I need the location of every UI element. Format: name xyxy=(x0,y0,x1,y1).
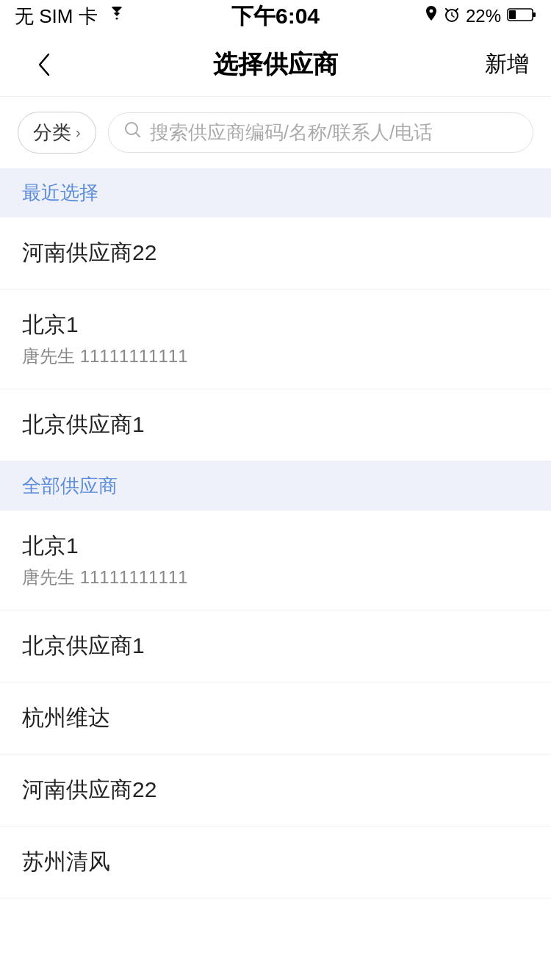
item-sub: 唐先生 11111111111 xyxy=(22,566,529,589)
list-item[interactable]: 北京供应商1 xyxy=(0,389,551,461)
svg-rect-3 xyxy=(509,10,516,19)
list-item[interactable]: 河南供应商22 xyxy=(0,217,551,289)
chevron-right-icon: › xyxy=(76,124,81,141)
recent-section-header: 最近选择 xyxy=(0,168,551,217)
all-list: 北京1唐先生 11111111111北京供应商1杭州维达河南供应商22苏州清风 xyxy=(0,511,551,898)
list-item[interactable]: 北京1唐先生 11111111111 xyxy=(0,289,551,389)
item-name: 北京供应商1 xyxy=(22,631,529,661)
list-item[interactable]: 北京1唐先生 11111111111 xyxy=(0,511,551,610)
item-sub: 唐先生 11111111111 xyxy=(22,345,529,368)
back-button[interactable] xyxy=(22,43,66,87)
svg-rect-2 xyxy=(533,12,536,17)
item-name: 杭州维达 xyxy=(22,703,529,733)
nav-bar: 选择供应商 新增 xyxy=(0,32,551,97)
add-button[interactable]: 新增 xyxy=(485,49,529,79)
location-icon xyxy=(425,6,438,26)
alarm-icon xyxy=(444,6,460,26)
time-display: 下午6:04 xyxy=(231,1,320,32)
item-name: 北京1 xyxy=(22,310,529,340)
battery-text: 22% xyxy=(466,6,501,26)
list-item[interactable]: 苏州清风 xyxy=(0,826,551,898)
status-right: 22% xyxy=(425,6,536,26)
carrier-text: 无 SIM 卡 xyxy=(15,4,98,29)
filter-bar: 分类 › xyxy=(0,97,551,168)
item-name: 苏州清风 xyxy=(22,847,529,877)
search-icon xyxy=(123,120,143,145)
status-bar: 无 SIM 卡 下午6:04 22% xyxy=(0,0,551,32)
all-section-header: 全部供应商 xyxy=(0,461,551,511)
list-item[interactable]: 河南供应商22 xyxy=(0,754,551,826)
category-button[interactable]: 分类 › xyxy=(18,112,96,154)
recent-section-label: 最近选择 xyxy=(22,181,98,203)
wifi-icon xyxy=(105,5,129,28)
page-title: 选择供应商 xyxy=(213,48,338,82)
list-item[interactable]: 杭州维达 xyxy=(0,682,551,754)
battery-icon xyxy=(507,6,536,26)
all-section-label: 全部供应商 xyxy=(22,475,118,497)
item-name: 北京供应商1 xyxy=(22,410,529,440)
item-name: 河南供应商22 xyxy=(22,238,529,268)
status-left: 无 SIM 卡 xyxy=(15,4,129,29)
list-item[interactable]: 北京供应商1 xyxy=(0,610,551,682)
item-name: 北京1 xyxy=(22,531,529,561)
category-label: 分类 xyxy=(33,120,71,145)
search-input[interactable] xyxy=(150,121,518,144)
item-name: 河南供应商22 xyxy=(22,775,529,805)
recent-list: 河南供应商22北京1唐先生 11111111111北京供应商1 xyxy=(0,217,551,461)
search-box xyxy=(108,112,533,153)
